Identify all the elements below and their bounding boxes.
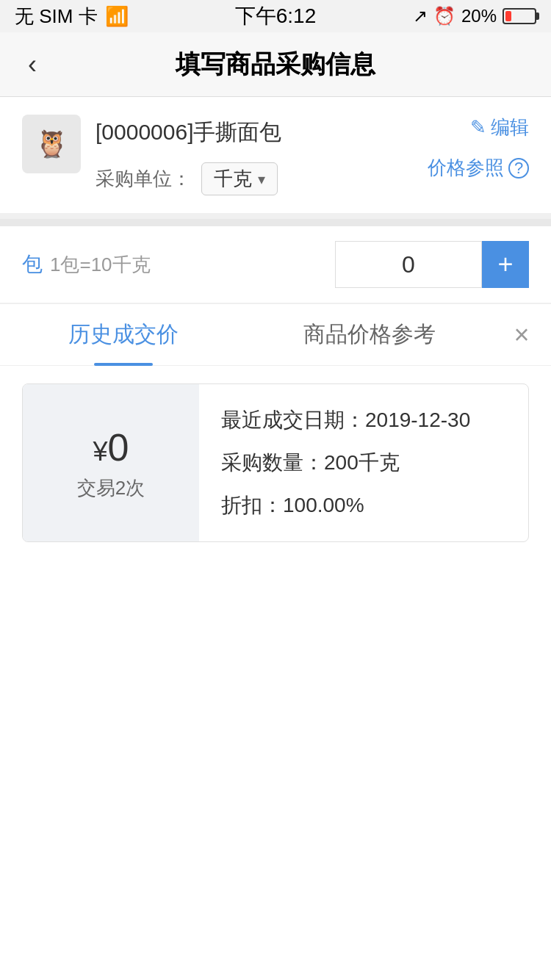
bottom-panel: 历史成交价 商品价格参考 × ¥0 交易2次 最近成交日期：2019-12-30 bbox=[0, 303, 551, 560]
quantity-plus-button[interactable]: + bbox=[482, 241, 529, 288]
edit-label: 编辑 bbox=[491, 115, 529, 140]
tab-product-price-ref-label: 商品价格参考 bbox=[303, 320, 436, 350]
alarm-icon: ⏰ bbox=[433, 6, 455, 26]
unit-selector[interactable]: 千克 ▾ bbox=[201, 162, 278, 195]
close-icon: × bbox=[514, 320, 529, 350]
discount-label: 折扣： bbox=[221, 494, 283, 516]
battery-icon bbox=[503, 8, 536, 24]
tab-history-price[interactable]: 历史成交价 bbox=[0, 304, 246, 366]
quantity-row: 包 1包=10千克 0 + bbox=[0, 226, 551, 303]
card-details: 最近成交日期：2019-12-30 采购数量：200千克 折扣：100.00% bbox=[199, 384, 528, 541]
white-space bbox=[0, 560, 551, 980]
history-section: ¥0 交易2次 最近成交日期：2019-12-30 采购数量：200千克 折扣：… bbox=[0, 366, 551, 560]
quantity-detail-value: 200千克 bbox=[324, 451, 400, 474]
discount-line: 折扣：100.00% bbox=[221, 490, 506, 521]
carrier-wifi: 无 SIM 卡 📶 bbox=[15, 4, 129, 29]
back-button[interactable]: ‹ bbox=[0, 32, 65, 97]
nav-bar: ‹ 填写商品采购信息 bbox=[0, 32, 551, 97]
time-display: 下午6:12 bbox=[235, 2, 317, 30]
price-reference-button[interactable]: 价格参照 ? bbox=[428, 155, 529, 181]
help-icon: ? bbox=[508, 158, 529, 179]
quantity-right: 0 + bbox=[335, 241, 529, 288]
unit-label: 采购单位： bbox=[96, 166, 191, 192]
tabs-row: 历史成交价 商品价格参考 × bbox=[0, 304, 551, 366]
panel-close-button[interactable]: × bbox=[492, 304, 551, 366]
quantity-detail-label: 采购数量： bbox=[221, 451, 324, 474]
location-icon: ↗ bbox=[413, 6, 428, 26]
section-divider bbox=[0, 219, 551, 226]
back-arrow-icon: ‹ bbox=[28, 49, 37, 80]
quantity-line: 采购数量：200千克 bbox=[221, 447, 506, 478]
discount-value: 100.00% bbox=[283, 494, 364, 516]
status-right-icons: ↗ ⏰ 20% bbox=[413, 6, 536, 26]
quantity-input[interactable]: 0 bbox=[335, 241, 482, 288]
recent-date-value: 2019-12-30 bbox=[365, 408, 470, 431]
price-display: ¥0 bbox=[93, 425, 129, 469]
price-value: 0 bbox=[108, 426, 129, 469]
status-bar: 无 SIM 卡 📶 下午6:12 ↗ ⏰ 20% bbox=[0, 0, 551, 32]
product-card: 🦉 [0000006]手撕面包 采购单位： 千克 ▾ ✎ 编辑 价格参照 bbox=[0, 97, 551, 213]
unit-box-label: 包 bbox=[22, 251, 43, 278]
product-left: 🦉 [0000006]手撕面包 采购单位： 千克 ▾ bbox=[22, 115, 281, 195]
carrier-label: 无 SIM 卡 bbox=[15, 4, 98, 29]
history-card: ¥0 交易2次 最近成交日期：2019-12-30 采购数量：200千克 折扣：… bbox=[22, 383, 529, 542]
wifi-icon: 📶 bbox=[105, 5, 129, 28]
product-id-name: [0000006]手撕面包 bbox=[96, 118, 281, 148]
recent-date-label: 最近成交日期： bbox=[221, 408, 365, 431]
product-info: [0000006]手撕面包 采购单位： 千克 ▾ bbox=[96, 118, 281, 195]
edit-button[interactable]: ✎ 编辑 bbox=[470, 115, 529, 140]
tab-history-price-label: 历史成交价 bbox=[68, 320, 179, 350]
product-right: ✎ 编辑 价格参照 ? bbox=[428, 115, 529, 181]
page-title: 填写商品采购信息 bbox=[176, 48, 375, 82]
price-currency-symbol: ¥ bbox=[93, 436, 108, 466]
quantity-left: 包 1包=10千克 bbox=[22, 251, 151, 278]
battery-percent: 20% bbox=[461, 6, 497, 26]
product-top-row: 🦉 [0000006]手撕面包 采购单位： 千克 ▾ ✎ 编辑 价格参照 bbox=[22, 115, 529, 195]
edit-icon: ✎ bbox=[470, 116, 486, 139]
unit-conversion-label: 1包=10千克 bbox=[50, 252, 151, 278]
owl-logo-icon: 🦉 bbox=[35, 129, 68, 159]
product-thumbnail: 🦉 bbox=[22, 115, 81, 173]
product-unit-row: 采购单位： 千克 ▾ bbox=[96, 162, 281, 195]
tab-active-underline bbox=[94, 363, 153, 366]
card-price-summary: ¥0 交易2次 bbox=[23, 384, 199, 541]
unit-value: 千克 bbox=[214, 166, 252, 192]
tab-product-price-ref[interactable]: 商品价格参考 bbox=[246, 304, 492, 366]
trade-count: 交易2次 bbox=[77, 475, 145, 501]
price-ref-label: 价格参照 bbox=[428, 155, 504, 181]
unit-dropdown-arrow-icon: ▾ bbox=[258, 170, 265, 188]
recent-date-line: 最近成交日期：2019-12-30 bbox=[221, 405, 506, 436]
